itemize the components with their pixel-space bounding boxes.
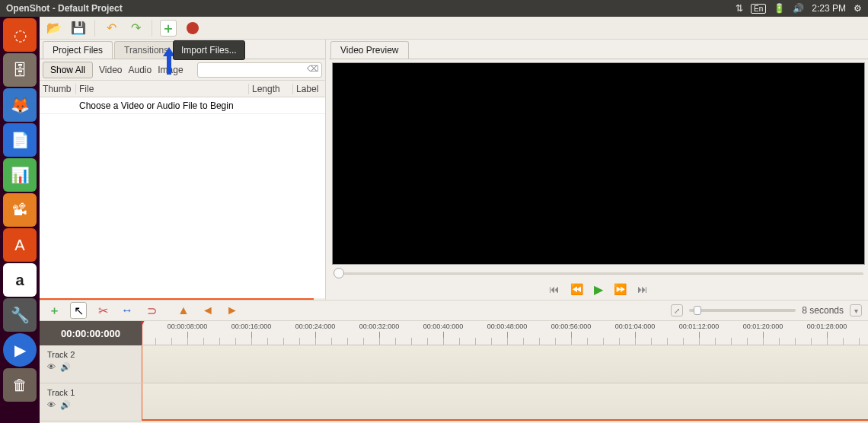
filter-audio[interactable]: Audio	[129, 65, 152, 75]
playhead[interactable]	[142, 321, 142, 345]
firefox-icon[interactable]: 🦊	[3, 88, 37, 122]
fast-forward-button[interactable]: ⏩	[614, 283, 627, 295]
track-row: Track 2👁🔊	[40, 345, 868, 383]
gear-icon[interactable]: ⚙	[854, 3, 862, 14]
amazon-icon[interactable]: a	[3, 263, 37, 297]
tab-project-files[interactable]: Project Files	[43, 41, 113, 59]
preview-panel: Video Preview ⏮ ⏪ ▶ ⏩ ⏭	[326, 40, 868, 300]
playhead-time: 00:00:00:000	[40, 321, 142, 345]
ruler-tick-label: 00:00:40:000	[423, 323, 464, 330]
zoom-label: 8 seconds	[802, 305, 844, 316]
trash-icon[interactable]: 🗑	[3, 368, 37, 402]
col-thumb[interactable]: Thumb	[40, 84, 76, 94]
col-label[interactable]: Label	[293, 84, 325, 94]
system-menubar: OpenShot - Default Project ⇅ En 🔋 🔊 2:23…	[0, 0, 868, 17]
razor-tool[interactable]: ✂	[94, 302, 111, 319]
network-icon[interactable]: ⇅	[736, 3, 743, 14]
import-tooltip: Import Files...	[173, 40, 245, 60]
redo-button[interactable]: ↷	[127, 20, 144, 37]
media-player-icon[interactable]: ▶	[3, 333, 37, 367]
video-preview-area[interactable]	[332, 62, 865, 265]
project-files-header: Thumb File Length Label	[40, 81, 325, 97]
writer-icon[interactable]: 📄	[3, 123, 37, 157]
zoom-slider[interactable]	[689, 309, 796, 312]
col-file[interactable]: File	[76, 84, 249, 94]
next-marker-button[interactable]: ►	[224, 302, 241, 319]
project-files-empty-row: Choose a Video or Audio File to Begin	[40, 97, 325, 114]
calc-icon[interactable]: 📊	[3, 158, 37, 192]
clock[interactable]: 2:23 PM	[812, 3, 846, 14]
col-length[interactable]: Length	[249, 84, 293, 94]
jump-start-button[interactable]: ⏮	[549, 283, 560, 295]
ruler-tick-label: 00:00:24:000	[295, 323, 336, 330]
track-name: Track 1	[47, 388, 134, 397]
software-center-icon[interactable]: A	[3, 228, 37, 262]
track-lane[interactable]	[142, 383, 868, 421]
visibility-icon[interactable]: 👁	[47, 400, 56, 410]
rewind-button[interactable]: ⏪	[570, 283, 583, 295]
unity-launcher: ◌ 🗄 🦊 📄 📊 📽 A a 🔧 ▶ 🗑	[0, 17, 40, 423]
impress-icon[interactable]: 📽	[3, 193, 37, 227]
project-files-panel: Project Files Transitions Effects Show A…	[40, 40, 326, 300]
ruler-tick-label: 00:00:32:000	[359, 323, 400, 330]
add-track-button[interactable]: ＋	[46, 302, 62, 319]
play-button[interactable]: ▶	[594, 282, 603, 297]
show-all-button[interactable]: Show All	[43, 62, 93, 78]
track-lane[interactable]	[142, 345, 868, 383]
ruler-tick-label: 00:00:08:000	[168, 323, 208, 330]
undo-button[interactable]: ↶	[103, 20, 120, 37]
export-button[interactable]	[184, 20, 201, 37]
main-toolbar: 📂 💾 ↶ ↷ ＋	[40, 17, 868, 40]
openshot-window: 📂 💾 ↶ ↷ ＋ Import Files... Project Files …	[40, 17, 868, 423]
track-label[interactable]: Track 1👁🔊	[40, 383, 142, 421]
timeline-toolbar: ＋ ↖ ✂ ↔ ⊃ ▲ ◄ ► ⤢ 8 seconds ▾	[40, 300, 868, 321]
zoom-options-button[interactable]: ▾	[850, 304, 862, 316]
timeline-tracks: Track 2👁🔊Track 1👁🔊	[40, 345, 868, 423]
search-input[interactable]	[197, 62, 322, 78]
prev-marker-button[interactable]: ◄	[199, 302, 216, 319]
visibility-icon[interactable]: 👁	[47, 362, 56, 372]
ruler-tick-label: 00:00:48:000	[487, 323, 528, 330]
resize-tool[interactable]: ↔	[119, 302, 136, 319]
empty-message: Choose a Video or Audio File to Begin	[76, 100, 249, 111]
project-files-body[interactable]: Choose a Video or Audio File to Begin	[40, 97, 325, 298]
ruler-tick-label: 00:01:04:000	[615, 323, 656, 330]
mute-icon[interactable]: 🔊	[60, 400, 71, 410]
jump-end-button[interactable]: ⏭	[637, 283, 648, 295]
clear-search-icon[interactable]: ⌫	[307, 64, 319, 74]
track-row: Track 1👁🔊	[40, 383, 868, 421]
save-project-button[interactable]: 💾	[70, 20, 87, 37]
ruler-tick-label: 00:00:56:000	[551, 323, 592, 330]
tab-video-preview[interactable]: Video Preview	[330, 41, 409, 59]
selection-tool[interactable]: ↖	[70, 302, 87, 319]
window-title: OpenShot - Default Project	[0, 3, 123, 14]
system-tray: ⇅ En 🔋 🔊 2:23 PM ⚙	[736, 3, 868, 14]
track-name: Track 2	[47, 350, 134, 359]
ruler-tick-label: 00:01:20:000	[743, 323, 783, 330]
mute-icon[interactable]: 🔊	[60, 362, 71, 372]
snapping-toggle[interactable]: ⊃	[143, 302, 160, 319]
timeline-ruler[interactable]: 00:00:08:00000:00:16:00000:00:24:00000:0…	[142, 321, 868, 345]
transport-controls: ⏮ ⏪ ▶ ⏩ ⏭	[329, 278, 868, 300]
files-icon[interactable]: 🗄	[3, 53, 37, 87]
timeline: 00:00:00:000 00:00:08:00000:00:16:00000:…	[40, 321, 868, 423]
add-marker-button[interactable]: ▲	[175, 302, 192, 319]
track-label[interactable]: Track 2👁🔊	[40, 345, 142, 383]
language-indicator[interactable]: En	[751, 4, 766, 14]
battery-icon[interactable]: 🔋	[774, 3, 785, 14]
ruler-tick-label: 00:00:16:000	[231, 323, 272, 330]
filter-video[interactable]: Video	[99, 65, 122, 75]
preview-seek-slider[interactable]	[333, 268, 863, 278]
filter-row: Show All Video Audio Image ⌫	[40, 59, 325, 81]
ruler-tick-label: 00:01:12:000	[679, 323, 720, 330]
import-files-button[interactable]: ＋	[160, 20, 177, 37]
dash-icon[interactable]: ◌	[3, 18, 37, 52]
sound-icon[interactable]: 🔊	[793, 3, 804, 14]
system-settings-icon[interactable]: 🔧	[3, 298, 37, 332]
open-project-button[interactable]: 📂	[46, 20, 62, 37]
ruler-tick-label: 00:01:28:000	[807, 323, 847, 330]
center-playhead-button[interactable]: ⤢	[671, 304, 683, 316]
